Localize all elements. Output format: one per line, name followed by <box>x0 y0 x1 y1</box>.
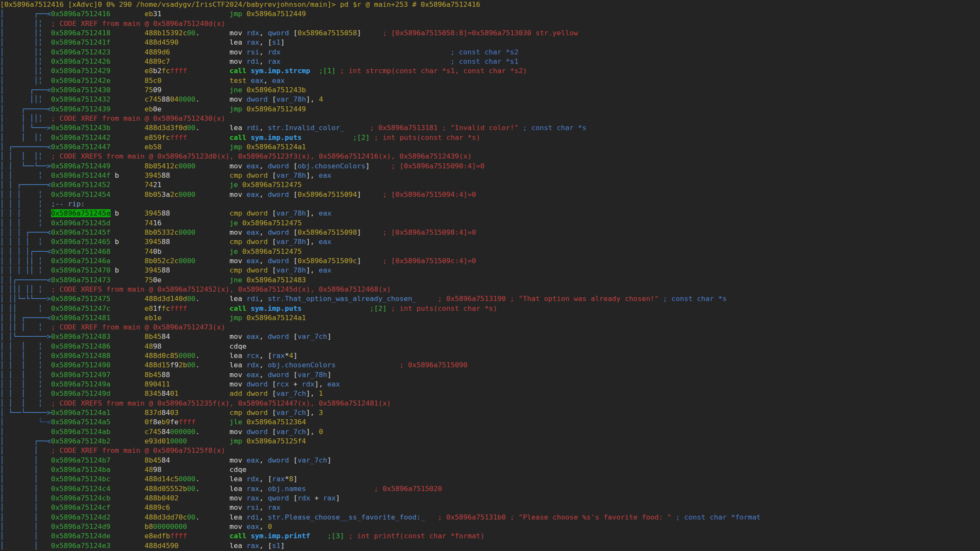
asm-line: │ │ │ ╎ ;-- rip: <box>0 199 980 209</box>
asm-line: │ │ ││╎ ; CODE XREF from main @ 0x5896a7… <box>0 114 980 123</box>
asm-line: │ │ │ ╎ 0x5896a7512488 488d0c850000. lea… <box>0 351 980 361</box>
asm-line: │ │ │ ╎ 0x5896a751245d 7416 je 0x5896a75… <box>0 219 980 228</box>
asm-line: │ │ ╎ 0x5896a751244f b 394588 cmp dword … <box>0 171 980 180</box>
asm-line: │ ┌─────<0x5896a7512439 eb0e jmp 0x5896a… <box>0 105 980 114</box>
asm-line: │ │ 0x5896a75124bc 488d14c50000. lea rdx… <box>0 474 980 484</box>
asm-line: │ │ └──└──>0x5896a7512449 8b05412c0000 m… <box>0 162 980 171</box>
asm-line: │ │ │ │┌───<0x5896a7512468 740b je 0x589… <box>0 247 980 256</box>
asm-line: │ │ ; CODE XREF from main @ 0x5896a75125… <box>0 446 980 455</box>
asm-line: │ │││ ││ ╎ ; CODE XREFS from main @ 0x58… <box>0 285 980 294</box>
asm-line: │ │ ┌──────<0x5896a7512452 7421 je 0x589… <box>0 180 980 190</box>
asm-line: │ │╎ 0x5896a7512426 4889c7 mov rdi, rax … <box>0 57 980 66</box>
asm-line: │ ││╎ 0x5896a7512432 c74588040000. mov d… <box>0 95 980 104</box>
asm-line: │ │└───────>0x5896a7512483 8b4584 mov ea… <box>0 332 980 341</box>
asm-line: │ │╎ 0x5896a7512423 4889d6 mov rsi, rdx … <box>0 48 980 57</box>
asm-line: │ │ │ ┌────<0x5896a751245f 8b05332c0000 … <box>0 228 980 237</box>
asm-line: │ ┌──<0x5896a7512416 eb31 jmp 0x5896a751… <box>0 9 980 19</box>
asm-line: │ │ └───>0x5896a751243b 488d3d3f0d00. le… <box>0 123 980 133</box>
asm-line: │ │ 0x5896a75124d2 488d3dd70c00. lea rdi… <box>0 513 980 522</box>
asm-line: │ │╎ 0x5896a7512418 488b15392c00. mov rd… <box>0 28 980 38</box>
asm-line: │ ││└─└└───>0x5896a7512475 488d3d140d00.… <box>0 294 980 304</box>
asm-line: │ │ 0x5896a75124cb 488b0402 mov rax, qwo… <box>0 494 980 503</box>
asm-line: │ 0x5896a75124ab c74584000000. mov dword… <box>0 427 980 437</box>
asm-line: │ │ 0x5896a75124de e8edfbffff call sym.i… <box>0 531 980 541</box>
asm-line: │ ┌──<0x5896a75124b2 e93d010000 jmp 0x58… <box>0 437 980 446</box>
asm-line: │ │ 0x5896a75124b7 8b4584 mov eax, dword… <box>0 456 980 465</box>
asm-line: │ │╎ 0x5896a751242e 85c0 test eax, eax <box>0 76 980 85</box>
asm-line: │ │ │ ╎ 0x5896a751249d 83458401 add dwor… <box>0 389 980 398</box>
asm-line: │ ││ ╎ 0x5896a751247c e81ffcffff call sy… <box>0 304 980 313</box>
asm-line: │ │ │ ╎ ; CODE XREFS from main @ 0x5896a… <box>0 399 980 408</box>
asm-line: │ │ 0x5896a75124e3 488d4590 lea rax, [s1… <box>0 541 980 551</box>
asm-line: │ └──└─────>0x5896a75124a1 837d8403 cmp … <box>0 408 980 418</box>
asm-line: │ │ │ ╎ 0x5896a7512454 8b053a2c0000 mov … <box>0 190 980 199</box>
asm-line: │ ││ ┌─────<0x5896a7512481 eb1e jmp 0x58… <box>0 313 980 323</box>
asm-line: │ │ 0x5896a75124c4 488d05552b00. lea rax… <box>0 484 980 494</box>
asm-line: │ ┌───<0x5896a7512430 7509 jne 0x5896a75… <box>0 85 980 95</box>
command-prompt[interactable]: [0x5896a7512416 [xAdvc]0 0% 290 /home/vs… <box>0 0 980 9</box>
asm-line: │ │ 0x5896a75124cf 4889c6 mov rsi, rax <box>0 503 980 512</box>
asm-line: │ └╌<0x5896a75124a5 0f8eb9feffff jle 0x5… <box>0 418 980 427</box>
asm-line: │ │╎ ; CODE XREF from main @ 0x5896a7512… <box>0 19 980 28</box>
asm-line: │ │ │ ╎ 0x5896a7512490 488d15f92b00. lea… <box>0 361 980 370</box>
asm-line: │ ││ │ ╎ ; CODE XREF from main @ 0x5896a… <box>0 323 980 332</box>
asm-line: │ │ │ │ ╎ 0x5896a7512465 b 394588 cmp dw… <box>0 237 980 247</box>
asm-line: │ │ │ ╎ 0x5896a7512497 8b4588 mov eax, d… <box>0 370 980 380</box>
asm-line: │ │ │ ╎ 0x5896a7512486 4898 cdqe <box>0 342 980 351</box>
asm-line: │ │ │ ╎ 0x5896a751249a 890411 mov dword … <box>0 380 980 389</box>
asm-line: │ ┌────────<0x5896a7512447 eb58 jmp 0x58… <box>0 142 980 152</box>
asm-line: │ │╎ 0x5896a7512429 e8b2fcffff call sym.… <box>0 66 980 76</box>
asm-line: │ │ │ ││ ╎ 0x5896a7512470 b 394588 cmp d… <box>0 266 980 275</box>
asm-line: │ │ │╎ 0x5896a7512442 e859fcffff call sy… <box>0 133 980 142</box>
disasm-view: │ ┌──<0x5896a7512416 eb31 jmp 0x5896a751… <box>0 9 980 551</box>
asm-line: │ │ │ │╎ ; CODE XREFS from main @ 0x5896… <box>0 152 980 161</box>
asm-line: │ │ │ ││ ╎ 0x5896a751246a 8b052c2c0000 m… <box>0 256 980 266</box>
asm-line: │ │ │ ╎ 0x5896a751245a b 394588 cmp dwor… <box>0 209 980 218</box>
asm-line: │ │╎ 0x5896a751241f 488d4590 lea rax, [s… <box>0 38 980 47</box>
asm-line: │ │ 0x5896a75124d9 b800000000 mov eax, 0 <box>0 522 980 531</box>
asm-line: │ │┌───────<0x5896a7512473 750e jne 0x58… <box>0 276 980 285</box>
asm-line: │ │ 0x5896a75124ba 4898 cdqe <box>0 465 980 474</box>
radare2-terminal: [0x5896a7512416 [xAdvc]0 0% 290 /home/vs… <box>0 0 980 551</box>
